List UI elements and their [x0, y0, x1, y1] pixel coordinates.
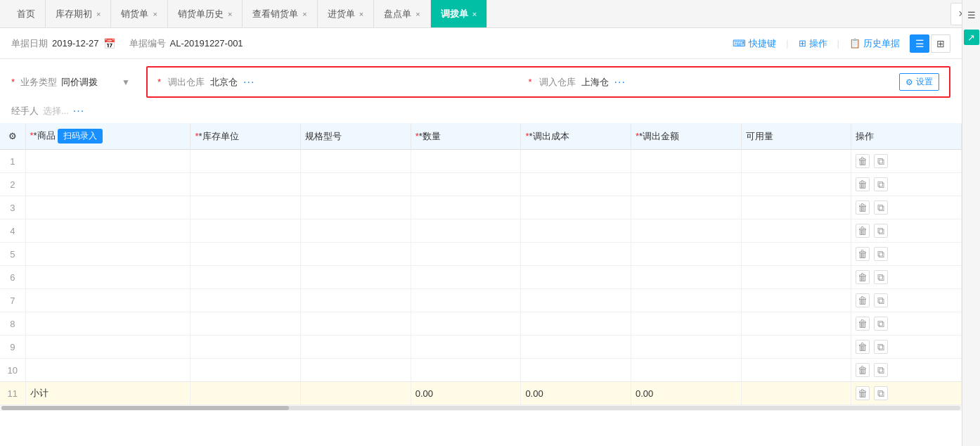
row-amount[interactable] — [631, 150, 742, 173]
row-amount[interactable] — [631, 336, 742, 359]
row-unit[interactable] — [191, 336, 301, 359]
row-unit[interactable] — [191, 196, 301, 219]
tab-transfer[interactable]: 调拨单 × — [431, 0, 487, 27]
row-cost[interactable] — [521, 359, 631, 382]
row-qty[interactable] — [411, 336, 521, 359]
row-delete-icon[interactable]: 🗑 — [856, 154, 870, 168]
row-product[interactable] — [25, 150, 191, 173]
row-cost[interactable] — [521, 266, 631, 289]
tab-inventory[interactable]: 盘点单 × — [374, 0, 430, 27]
row-qty[interactable] — [411, 266, 521, 289]
row-delete-icon[interactable]: 🗑 — [856, 177, 870, 191]
tab-close-view-sales[interactable]: × — [302, 10, 307, 18]
row-qty[interactable] — [411, 219, 521, 243]
warehouse-in-value[interactable]: 上海仓 — [581, 76, 609, 89]
row-amount[interactable] — [631, 359, 742, 382]
row-product[interactable] — [25, 336, 191, 359]
row-spec[interactable] — [301, 219, 411, 243]
tab-home[interactable]: 首页 — [7, 0, 46, 27]
operation-button[interactable]: ⊞ 操作 — [799, 37, 827, 50]
row-amount[interactable] — [631, 266, 742, 289]
row-copy-icon[interactable]: ⧉ — [874, 340, 888, 354]
operator-value[interactable]: 选择... — [43, 105, 69, 117]
row-delete-icon[interactable]: 🗑 — [856, 293, 870, 307]
tab-close-transfer[interactable]: × — [472, 10, 477, 18]
row-product[interactable] — [25, 289, 191, 312]
row-amount[interactable] — [631, 219, 742, 243]
sidebar-list-icon[interactable]: ☰ — [964, 7, 979, 23]
row-spec[interactable] — [301, 150, 411, 173]
row-copy-icon[interactable]: ⧉ — [874, 177, 888, 191]
warehouse-in-more-icon[interactable]: ··· — [614, 76, 626, 89]
row-copy-icon[interactable]: ⧉ — [874, 317, 888, 331]
row-spec[interactable] — [301, 359, 411, 382]
row-qty[interactable] — [411, 173, 521, 196]
row-product[interactable] — [25, 219, 191, 243]
row-copy-icon[interactable]: ⧉ — [874, 200, 888, 215]
row-cost[interactable] — [521, 243, 631, 266]
row-cost[interactable] — [521, 173, 631, 196]
row-qty[interactable] — [411, 312, 521, 336]
row-amount[interactable] — [631, 173, 742, 196]
row-delete-icon[interactable]: 🗑 — [856, 363, 870, 377]
row-unit[interactable] — [191, 266, 301, 289]
row-spec[interactable] — [301, 196, 411, 219]
row-copy-icon[interactable]: ⧉ — [874, 293, 888, 307]
row-amount[interactable] — [631, 312, 742, 336]
row-product[interactable] — [25, 312, 191, 336]
sidebar-external-icon[interactable]: ↗ — [964, 30, 979, 45]
row-cost[interactable] — [521, 312, 631, 336]
horizontal-scrollbar[interactable] — [0, 405, 962, 411]
row-cost[interactable] — [521, 289, 631, 312]
warehouse-out-more-icon[interactable]: ··· — [243, 76, 254, 89]
row-unit[interactable] — [191, 150, 301, 173]
row-unit[interactable] — [191, 243, 301, 266]
row-delete-icon[interactable]: 🗑 — [856, 224, 870, 238]
row-amount[interactable] — [631, 243, 742, 266]
tab-close-inventory[interactable]: × — [415, 10, 420, 18]
tab-sales-history[interactable]: 销货单历史 × — [168, 0, 243, 27]
tab-inventory-init[interactable]: 库存期初 × — [46, 0, 111, 27]
row-qty[interactable] — [411, 196, 521, 219]
subtotal-copy-icon[interactable]: ⧉ — [874, 386, 888, 400]
row-spec[interactable] — [301, 336, 411, 359]
row-copy-icon[interactable]: ⧉ — [874, 224, 888, 238]
row-unit[interactable] — [191, 173, 301, 196]
table-header-gear[interactable]: ⚙ — [0, 123, 25, 150]
row-product[interactable] — [25, 266, 191, 289]
tab-close-sales-order[interactable]: × — [153, 10, 157, 18]
row-unit[interactable] — [191, 219, 301, 243]
row-copy-icon[interactable]: ⧉ — [874, 363, 888, 377]
warehouse-out-value[interactable]: 北京仓 — [210, 76, 238, 89]
tab-close-inventory-init[interactable]: × — [96, 10, 101, 18]
row-copy-icon[interactable]: ⧉ — [874, 270, 888, 284]
business-type-value[interactable]: 同价调拨 — [61, 76, 117, 89]
settings-button[interactable]: ⚙ 设置 — [899, 73, 939, 91]
history-button[interactable]: 📋 历史单据 — [849, 37, 900, 50]
row-delete-icon[interactable]: 🗑 — [856, 247, 870, 261]
tab-sales-order[interactable]: 销货单 × — [111, 0, 167, 27]
row-delete-icon[interactable]: 🗑 — [856, 317, 870, 331]
row-product[interactable] — [25, 173, 191, 196]
row-delete-icon[interactable]: 🗑 — [856, 340, 870, 354]
operator-more-icon[interactable]: ··· — [73, 105, 84, 117]
row-delete-icon[interactable]: 🗑 — [856, 270, 870, 284]
row-unit[interactable] — [191, 312, 301, 336]
tab-close-purchase[interactable]: × — [359, 10, 363, 18]
row-qty[interactable] — [411, 150, 521, 173]
row-product[interactable] — [25, 196, 191, 219]
row-spec[interactable] — [301, 312, 411, 336]
row-spec[interactable] — [301, 289, 411, 312]
tab-view-sales[interactable]: 查看销货单 × — [243, 0, 317, 27]
row-qty[interactable] — [411, 289, 521, 312]
row-cost[interactable] — [521, 196, 631, 219]
grid-view-button[interactable]: ⊞ — [931, 34, 950, 53]
row-copy-icon[interactable]: ⧉ — [874, 154, 888, 168]
row-product[interactable] — [25, 243, 191, 266]
row-unit[interactable] — [191, 359, 301, 382]
tab-purchase[interactable]: 进货单 × — [318, 0, 374, 27]
row-copy-icon[interactable]: ⧉ — [874, 247, 888, 261]
tab-close-sales-history[interactable]: × — [228, 10, 232, 18]
row-cost[interactable] — [521, 219, 631, 243]
calendar-icon[interactable]: 📅 — [103, 38, 115, 49]
